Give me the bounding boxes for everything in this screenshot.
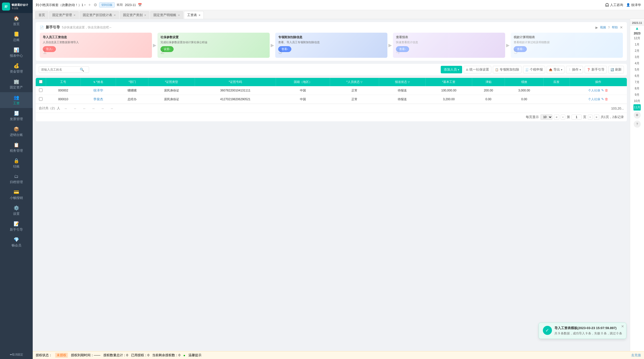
tab-detail-close-icon[interactable]: ✕ [178, 14, 180, 17]
sidebar-item-payroll[interactable]: 👥工资 [0, 92, 33, 108]
sidebar-item-vip[interactable]: 💎畅会员 [0, 234, 33, 250]
tab-depreciation-close-icon[interactable]: ✕ [114, 14, 116, 17]
tab-payroll[interactable]: 工资表✕ [184, 11, 204, 19]
guide-step-2-num: 2 [160, 48, 165, 56]
calendar-month-3[interactable]: 3月 [633, 54, 641, 60]
calendar-month-4[interactable]: 4月 [633, 60, 641, 67]
switch-version-button[interactable]: 切到旧版 [99, 2, 115, 8]
sidebar-item-fixed[interactable]: 🏢固定资产 [0, 76, 33, 92]
user-menu[interactable]: 👤 徐泽华 [626, 3, 641, 7]
row-0-checkbox[interactable] [39, 88, 43, 92]
new-guide-button[interactable]: ❓ 新手引导 [585, 66, 607, 73]
first-page-button[interactable]: « [554, 115, 559, 120]
guide-step-4: 查看报表 快速查看统计信息 查看› 4 [393, 33, 505, 58]
table-scroll[interactable]: 工号 ⇅ *姓名 *部门 *证照类型 *证照号码 国籍（地区） *人员状态 ▽ [36, 78, 627, 104]
search-container: 🔍 [39, 66, 89, 73]
calendar-settings-icon[interactable]: ⚙ [634, 112, 641, 119]
send-filter-icon[interactable]: ▽ [408, 81, 410, 83]
calendar-help-icon[interactable]: ? [634, 121, 641, 128]
calendar-month-2[interactable]: 2月 [633, 48, 641, 54]
calendar-month-7[interactable]: 7月 [633, 79, 641, 85]
sidebar-item-settings[interactable]: ⚙️设置 [0, 203, 33, 219]
edit-icon[interactable]: ✎ [601, 97, 604, 101]
delete-icon[interactable]: 🗑 [605, 97, 608, 101]
sidebar-item-archive[interactable]: 🗂归档管理 [0, 171, 33, 187]
row-name-cell[interactable]: 徐泽华 [80, 86, 116, 95]
tab-depreciation[interactable]: 固定资产折旧统计表✕ [79, 11, 119, 19]
ai-service-button[interactable]: 🎧 人工咨询 [605, 3, 623, 7]
row-send-status-cell: 待报送 [379, 95, 426, 104]
sidebar-nav: 🏠首页📒总账📊报表中心💰资金管理🏢固定资产👥工资🧾发票管理📦进销台账📋税务管理🔒… [0, 13, 33, 350]
export-button[interactable]: 📤 导出 ▾ [547, 66, 565, 73]
help-link[interactable]: 帮助 [612, 25, 618, 30]
sidebar-item-newguide[interactable]: 📝新手引导 [0, 219, 33, 234]
sidebar-item-reports[interactable]: 📊报表中心 [0, 45, 33, 61]
tab-category-close-icon[interactable]: ✕ [144, 14, 146, 17]
calendar-up-icon[interactable]: ▲ [630, 26, 644, 31]
video-icon: ▶ [595, 26, 598, 29]
row-action-cell[interactable]: 个人社保 ✎ 🗑 [570, 95, 627, 104]
page-number-input[interactable] [572, 115, 582, 120]
prev-page-button[interactable]: ‹ [561, 115, 565, 120]
row-name-cell[interactable]: 李俊杰 [80, 95, 116, 104]
operation-button[interactable]: ⋮ 操作 ▾ [566, 66, 583, 73]
tax-declare-button[interactable]: 🧾 个税申报 [523, 66, 545, 73]
tab-category[interactable]: 固定资产类别✕ [120, 11, 149, 19]
special-deduction-button[interactable]: 📋 专项附加扣除 [493, 66, 521, 73]
row-checkbox-cell[interactable] [36, 95, 46, 104]
row-payable-cell [543, 86, 570, 95]
row-action-cell[interactable]: 个人社保 ✎ 🗑 [570, 86, 627, 95]
calendar-month-12[interactable]: 12月 [633, 35, 641, 41]
refresh-button[interactable]: 🔄 刷新 [608, 66, 624, 73]
sidebar-item-close[interactable]: 🔒结账 [0, 156, 33, 171]
social-security-button[interactable]: ⚖ 统一社保设置 [464, 66, 491, 73]
row-status-cell: 正常 [330, 95, 379, 104]
tab-home[interactable]: 首页 [35, 11, 48, 19]
tab-payroll-close-icon[interactable]: ✕ [198, 14, 200, 17]
guide-close-icon[interactable]: ✕ [620, 25, 623, 29]
calendar-month-10[interactable]: 10月 [633, 98, 641, 104]
sidebar-item-inventory[interactable]: 📦进销台账 [0, 124, 33, 140]
calendar-month-1[interactable]: 1月 [633, 41, 641, 48]
calendar-month-5[interactable]: 5月 [633, 67, 641, 73]
sidebar-item-finance[interactable]: 💰资金管理 [0, 61, 33, 76]
tab-fixed-assets[interactable]: 固定资产管理✕ [49, 11, 79, 19]
select-all-header[interactable] [36, 78, 46, 86]
calendar-month-9[interactable]: 9月 [633, 92, 641, 98]
guide-arrow-1: ▶ [152, 42, 157, 48]
next-page-button[interactable]: › [588, 115, 592, 120]
delete-icon[interactable]: 🗑 [605, 88, 608, 92]
employee-name-link[interactable]: 徐泽华 [93, 88, 103, 92]
sidebar-item-expense[interactable]: 💳小畅报销 [0, 187, 33, 203]
sidebar-item-home[interactable]: 🏠首页 [0, 13, 33, 29]
notification-close-icon[interactable]: ✕ [621, 324, 624, 328]
account-selector[interactable]: 刘小艳演示账套（勿删勿动！）1 ▾ [36, 3, 86, 7]
sidebar-item-tax[interactable]: 📋税务管理 [0, 140, 33, 156]
page-size-select[interactable]: 10 20 50 [540, 114, 552, 120]
edit-icon[interactable]: ✎ [601, 88, 604, 92]
guide-meta: ▶ 视频 ? 帮助 ✕ [595, 25, 623, 30]
calendar-icon[interactable]: 📅 [138, 3, 142, 7]
select-all-checkbox[interactable] [39, 80, 43, 83]
employee-name-link[interactable]: 李俊杰 [93, 97, 103, 101]
sidebar-item-invoice[interactable]: 🧾发票管理 [0, 108, 33, 124]
row-1-checkbox[interactable] [39, 97, 43, 101]
guide-steps: 导入员工工资信息 人员信息及工资数据新增导入 导入› 1 ▶ 社保参数设置 完成… [40, 33, 623, 58]
last-page-button[interactable]: » [594, 115, 599, 120]
calendar-month-6[interactable]: 6月 [633, 73, 641, 79]
video-link[interactable]: 视频 [600, 25, 606, 30]
calendar-month-8[interactable]: 8月 [633, 85, 641, 92]
tab-fixed-assets-close-icon[interactable]: ✕ [73, 14, 75, 17]
charge-link[interactable]: 去充值 [631, 353, 641, 357]
search-input[interactable] [41, 68, 79, 71]
tab-detail[interactable]: 固定资产明细账✕ [150, 11, 183, 19]
unpin-button[interactable]: ⬅取消固定 [0, 350, 33, 359]
add-account-icon[interactable]: ＋ [88, 2, 92, 8]
filter-icon[interactable]: ▽ [360, 81, 363, 83]
row-checkbox-cell[interactable] [36, 86, 46, 95]
settings-icon[interactable]: ⚙ [94, 3, 97, 7]
add-person-button[interactable]: 添加人员 ▾ [441, 66, 462, 73]
sidebar-item-ledger[interactable]: 📒总账 [0, 29, 33, 45]
sidebar-ledger-label: 总账 [13, 38, 20, 42]
calendar-month-11[interactable]: 11月 [633, 104, 641, 111]
